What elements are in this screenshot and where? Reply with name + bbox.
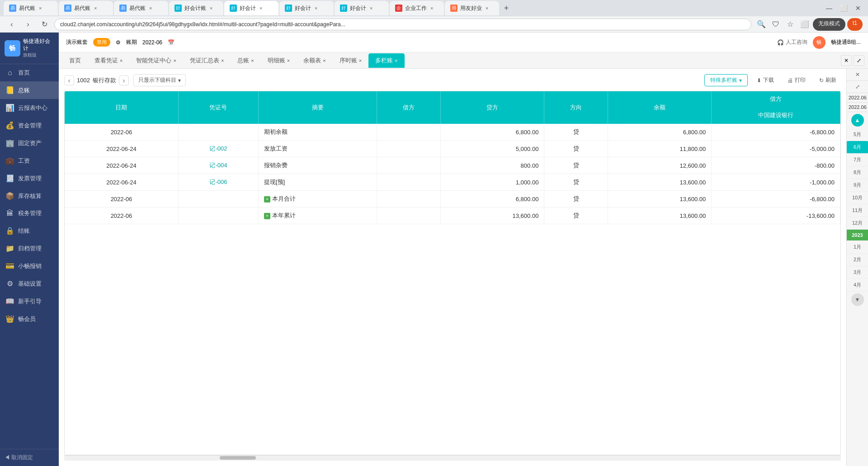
no-trace-button[interactable]: 无痕模式 (813, 18, 845, 31)
time-scroll-down-button[interactable]: ▼ (851, 293, 864, 306)
browser-tab-5[interactable]: 好 好会计 × (224, 1, 278, 15)
time-item-mar[interactable]: 3月 (847, 266, 868, 279)
new-tab-button[interactable]: + (500, 2, 513, 14)
browser-tab-8[interactable]: 企 企业工作 × (390, 1, 444, 15)
sidebar-item-close[interactable]: 🔒 结账 (0, 222, 59, 240)
download-button[interactable]: ⬇ 下载 (752, 75, 778, 86)
tab-multi-column[interactable]: 多栏账 × (368, 53, 404, 68)
sidebar-item-vip[interactable]: 👑 畅会员 (0, 310, 59, 328)
sidebar-item-home[interactable]: ⌂ 首页 (0, 64, 59, 81)
cell-voucher[interactable]: 记-006 (178, 174, 258, 191)
panel-close-button[interactable]: ✕ (847, 69, 868, 81)
update-button[interactable]: t1 (847, 18, 863, 31)
tab-voucher-summary-close[interactable]: × (221, 58, 224, 63)
horizontal-scrollbar[interactable] (64, 455, 841, 461)
time-item-nov[interactable]: 11月 (847, 204, 868, 217)
browser-tab-9[interactable]: 用 用友好业 × (445, 1, 499, 15)
tab-detail-ledger-close[interactable]: × (287, 58, 290, 63)
prev-account-button[interactable]: ‹ (64, 75, 74, 85)
sidebar-item-expense[interactable]: 💳 小畅报销 (0, 257, 59, 275)
tab-smart-voucher-close[interactable]: × (173, 58, 176, 63)
next-account-button[interactable]: › (119, 75, 129, 85)
tab-voucher-label: 查看凭证 (94, 56, 118, 65)
browser-tab-7[interactable]: 好 好会计 × (335, 1, 389, 15)
tab-close-8[interactable]: × (429, 5, 434, 12)
time-item-year-2023[interactable]: 2023 (847, 230, 868, 241)
time-item-apr[interactable]: 4月 (847, 279, 868, 292)
close-button[interactable]: ✕ (852, 2, 864, 14)
time-item-june[interactable]: 6月 (847, 141, 868, 154)
forward-button[interactable]: › (22, 18, 34, 31)
sidebar-item-reports[interactable]: 📊 云报表中心 (0, 99, 59, 117)
tab-voucher[interactable]: 查看凭证 × (88, 53, 129, 68)
tab-voucher-summary[interactable]: 凭证汇总表 × (183, 53, 231, 68)
tab-sequence[interactable]: 序时账 × (333, 53, 368, 68)
tab-close-3[interactable]: × (148, 5, 153, 12)
tab-close-9[interactable]: × (485, 5, 489, 12)
browser-tab-6[interactable]: 好 好会计 × (279, 1, 334, 15)
sidebar-item-inventory[interactable]: 📦 库存核算 (0, 187, 59, 205)
sidebar-item-tax[interactable]: 🏛 税务管理 (0, 205, 59, 222)
tab-close-1[interactable]: × (38, 5, 42, 12)
browser-tab-3[interactable]: 易 易代账 × (114, 1, 168, 15)
minimize-button[interactable]: — (823, 2, 835, 14)
tab-general-ledger[interactable]: 总账 × (231, 53, 260, 68)
sidebar-item-settings[interactable]: ⚙ 基础设置 (0, 275, 59, 292)
tab-close-6[interactable]: × (314, 5, 318, 12)
maximize-button[interactable]: ⬜ (837, 2, 850, 14)
time-item-aug[interactable]: 8月 (847, 166, 868, 179)
sidebar-item-salary[interactable]: 💼 工资 (0, 152, 59, 169)
time-item-sep[interactable]: 9月 (847, 179, 868, 192)
calendar-icon[interactable]: 📅 (168, 39, 175, 46)
sidebar-item-invoice[interactable]: 🧾 发票管理 (0, 169, 59, 187)
tab-home[interactable]: 首页 (62, 53, 88, 68)
sidebar-item-assets[interactable]: 🏢 固定资产 (0, 134, 59, 152)
scrollbar-thumb[interactable] (220, 456, 256, 460)
tab-sequence-close[interactable]: × (359, 58, 362, 63)
time-item-jan[interactable]: 1月 (847, 241, 868, 254)
time-item-oct[interactable]: 10月 (847, 192, 868, 204)
tab-balance[interactable]: 余额表 × (297, 53, 332, 68)
panel-expand-button[interactable]: ⤢ (847, 81, 868, 93)
sidebar-item-guide[interactable]: 📖 新手引导 (0, 292, 59, 310)
refresh-button[interactable]: ↻ (38, 18, 51, 31)
browser-tab-1[interactable]: 易 易代账 × (4, 1, 58, 15)
time-item-feb[interactable]: 2月 (847, 254, 868, 266)
download-icon: ⬇ (757, 77, 761, 84)
url-input[interactable]: cloud2.chanjet.com/accounting/uh26t264j5… (54, 19, 751, 30)
extensions-icon[interactable]: ⬜ (798, 18, 811, 31)
search-icon[interactable]: 🔍 (755, 18, 768, 31)
browser-tab-2[interactable]: 易 易代账 × (59, 1, 113, 15)
service-button[interactable]: 🎧 人工咨询 (777, 38, 807, 46)
cell-voucher[interactable]: 记-004 (178, 157, 258, 174)
filter-button[interactable]: 只显示下级科目 ▾ (133, 74, 186, 86)
time-item-dec[interactable]: 12月 (847, 217, 868, 230)
unpin-button[interactable]: ◀ 取消固定 (5, 454, 54, 461)
tab-voucher-close[interactable]: × (120, 58, 123, 63)
tab-smart-voucher[interactable]: 智能凭证中心 × (129, 53, 183, 68)
tab-close-5[interactable]: × (259, 5, 263, 12)
special-ledger-button[interactable]: 特殊多栏账 ▾ (704, 74, 748, 86)
tab-close-2[interactable]: × (93, 5, 98, 12)
cell-voucher[interactable]: 记-002 (178, 141, 258, 157)
back-button[interactable]: ‹ (5, 18, 18, 31)
time-item-may[interactable]: 5月 (847, 128, 868, 141)
time-scroll-up-button[interactable]: ▲ (851, 114, 864, 127)
tab-detail-ledger[interactable]: 明细账 × (261, 53, 297, 68)
tab-expand-button[interactable]: ⤢ (854, 55, 864, 66)
refresh-button[interactable]: ↻ 刷新 (815, 75, 841, 86)
settings-icon-top[interactable]: ⚙ (116, 39, 121, 46)
time-item-july[interactable]: 7月 (847, 154, 868, 166)
star-icon[interactable]: ☆ (784, 18, 797, 31)
tab-balance-close[interactable]: × (323, 58, 326, 63)
sidebar-item-archive[interactable]: 📁 归档管理 (0, 240, 59, 257)
tab-close-4[interactable]: × (209, 5, 213, 12)
print-button[interactable]: 🖨 打印 (783, 75, 810, 86)
browser-tab-4[interactable]: 好 好会计账 × (169, 1, 223, 15)
sidebar-item-ledger[interactable]: 📒 总账 (0, 81, 59, 99)
sidebar-item-funds[interactable]: 💰 资金管理 (0, 117, 59, 134)
tab-collapse-button[interactable]: ✕ (841, 55, 852, 66)
tab-general-ledger-close[interactable]: × (251, 58, 254, 63)
tab-multi-column-close[interactable]: × (395, 58, 397, 63)
tab-close-7[interactable]: × (369, 5, 373, 12)
